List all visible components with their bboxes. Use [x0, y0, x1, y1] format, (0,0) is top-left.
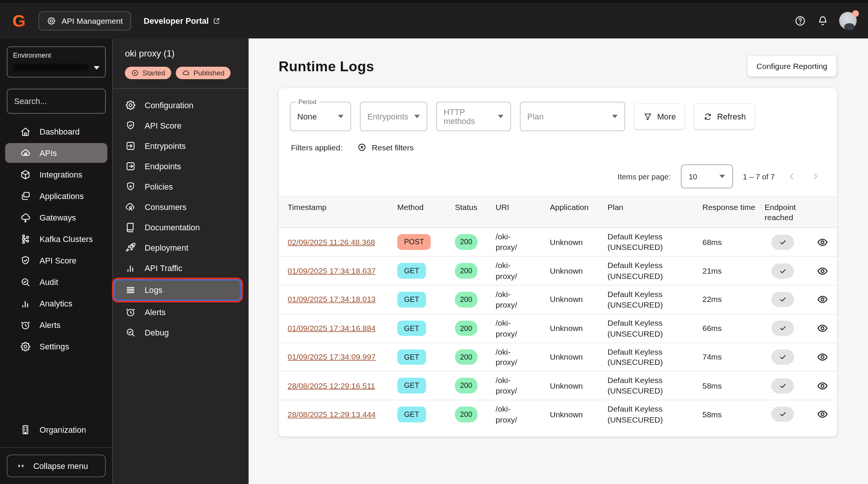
- sidebar-item-organization[interactable]: Organization: [5, 420, 108, 440]
- page-title: Runtime Logs: [279, 58, 374, 75]
- api-menu-item-logs[interactable]: Logs: [115, 280, 240, 300]
- entrypoints-select[interactable]: Entrypoints: [360, 102, 428, 131]
- sidebar-item-audit[interactable]: Audit: [5, 272, 108, 292]
- table-row: 02/09/2025 11:26:48.368 POST 200 /oki-pr…: [279, 228, 837, 257]
- method-badge: GET: [397, 349, 426, 365]
- home-icon: [20, 126, 31, 137]
- log-timestamp-link[interactable]: 01/09/2025 17:34:09.997: [288, 352, 376, 361]
- check-icon: [778, 295, 787, 304]
- previous-page-button[interactable]: [785, 170, 799, 183]
- api-menu-item-alerts[interactable]: Alerts: [113, 303, 241, 322]
- log-timestamp-link[interactable]: 01/09/2025 17:34:18.013: [288, 295, 376, 304]
- sidebar-item-applications[interactable]: Applications: [5, 186, 108, 206]
- log-timestamp-link[interactable]: 28/08/2025 12:29:13.444: [288, 410, 376, 419]
- notification-dot: [852, 10, 859, 17]
- table-header: Timestamp Method Status URI Application …: [279, 196, 837, 228]
- sidebar-item-label: Dashboard: [40, 127, 79, 136]
- items-per-page-select[interactable]: 10: [681, 165, 733, 188]
- sidebar-item-label: Alerts: [40, 320, 61, 329]
- response-time-cell: 58ms: [703, 409, 765, 420]
- sidebar-item-apis[interactable]: APIs: [5, 143, 108, 163]
- api-menu-item-policies[interactable]: Policies: [113, 177, 241, 196]
- configure-reporting-label: Configure Reporting: [756, 62, 827, 71]
- col-uri: URI: [496, 202, 550, 223]
- log-timestamp-link[interactable]: 02/09/2025 11:26:48.368: [288, 237, 375, 247]
- http-methods-select[interactable]: HTTP methods: [436, 102, 511, 131]
- sidebar-item-settings[interactable]: Settings: [5, 337, 108, 357]
- view-log-button[interactable]: [816, 350, 830, 364]
- sidebar-item-gateways[interactable]: Gateways: [5, 208, 108, 228]
- api-menu-item-api-traffic[interactable]: API Traffic: [113, 259, 241, 278]
- api-menu-item-api-score[interactable]: API Score: [113, 116, 241, 135]
- chevron-down-icon: [94, 66, 99, 69]
- search-check-icon: [20, 276, 31, 288]
- pagination-range: 1 – 7 of 7: [743, 172, 775, 181]
- uri-cell: /oki-proxy/: [496, 404, 532, 425]
- sidebar-item-api-score[interactable]: API Score: [5, 251, 108, 271]
- api-menu-item-debug[interactable]: Debug: [113, 323, 241, 342]
- view-log-button[interactable]: [816, 264, 830, 278]
- response-time-cell: 21ms: [703, 265, 765, 276]
- gear-icon: [47, 16, 56, 25]
- gear-icon: [125, 100, 136, 111]
- refresh-button[interactable]: Refresh: [694, 104, 755, 130]
- configure-reporting-button[interactable]: Configure Reporting: [747, 55, 837, 77]
- help-button[interactable]: [794, 14, 807, 27]
- chevron-down-icon: [719, 175, 725, 178]
- notifications-button[interactable]: [817, 14, 829, 27]
- log-timestamp-link[interactable]: 01/09/2025 17:34:18.637: [288, 266, 376, 275]
- http-methods-placeholder: HTTP methods: [444, 107, 492, 126]
- period-select[interactable]: Period None: [290, 102, 351, 131]
- sidebar-search[interactable]: [7, 89, 106, 114]
- api-title: oki proxy (1): [113, 49, 248, 59]
- rocket-icon: [125, 242, 136, 253]
- shield-star-icon: [125, 181, 136, 192]
- filters-bar: Period None Entrypoints HTTP methods Pla…: [279, 102, 837, 131]
- eye-icon: [817, 351, 829, 363]
- sidebar-item-dashboard[interactable]: Dashboard: [5, 122, 108, 142]
- view-log-button[interactable]: [816, 321, 830, 335]
- main-content: Runtime Logs Configure Reporting Period …: [249, 38, 868, 484]
- next-page-button[interactable]: [809, 170, 822, 183]
- response-time-cell: 74ms: [703, 352, 765, 362]
- alarm-clock-icon: [125, 306, 136, 318]
- collapse-menu-button[interactable]: Collapse menu: [7, 455, 106, 477]
- windows-icon: [20, 190, 31, 202]
- api-menu-item-endpoints[interactable]: Endpoints: [113, 157, 241, 176]
- col-timestamp: Timestamp: [279, 202, 397, 223]
- sidebar-item-label: Gateways: [40, 213, 76, 222]
- sidebar-item-analytics[interactable]: Analytics: [5, 294, 108, 314]
- application-cell: Unknown: [550, 352, 608, 362]
- cloud-node-icon: [20, 212, 31, 223]
- eye-icon: [817, 322, 829, 334]
- plan-cell: Default Keyless (UNSECURED): [608, 231, 703, 253]
- log-timestamp-link[interactable]: 01/09/2025 17:34:16.884: [288, 323, 376, 332]
- sidebar-item-integrations[interactable]: Integrations: [5, 165, 108, 185]
- arrow-out-of-box-icon: [125, 161, 136, 172]
- view-log-button[interactable]: [816, 293, 830, 307]
- col-method: Method: [397, 202, 455, 223]
- log-timestamp-link[interactable]: 28/08/2025 12:29:16.511: [288, 381, 375, 390]
- environment-select[interactable]: Environment: [7, 46, 106, 78]
- api-menu-item-consumers[interactable]: Consumers: [113, 198, 241, 217]
- developer-portal-link[interactable]: Developer Portal: [144, 16, 220, 25]
- play-circle-icon: [131, 69, 139, 77]
- status-badge: 200: [455, 407, 478, 422]
- view-log-button[interactable]: [816, 407, 830, 422]
- product-switcher-button[interactable]: API Management: [38, 11, 131, 30]
- user-avatar[interactable]: [839, 12, 857, 30]
- search-input[interactable]: [14, 97, 120, 106]
- api-menu-item-entrypoints[interactable]: Entrypoints: [113, 136, 241, 156]
- eye-icon: [817, 409, 829, 421]
- view-log-button[interactable]: [816, 235, 830, 250]
- api-menu: Configuration API Score Entrypoints Endp…: [113, 96, 248, 342]
- sidebar-item-kafka-clusters[interactable]: Kafka Clusters: [5, 229, 108, 249]
- plan-select[interactable]: Plan: [520, 102, 625, 131]
- sidebar-item-alerts[interactable]: Alerts: [5, 315, 108, 335]
- more-filters-button[interactable]: More: [634, 104, 685, 130]
- view-log-button[interactable]: [816, 379, 830, 393]
- api-menu-item-documentation[interactable]: Documentation: [113, 218, 241, 237]
- api-menu-item-deployment[interactable]: Deployment: [113, 238, 241, 257]
- api-menu-item-configuration[interactable]: Configuration: [113, 96, 241, 115]
- reset-filters-button[interactable]: Reset filters: [357, 142, 414, 152]
